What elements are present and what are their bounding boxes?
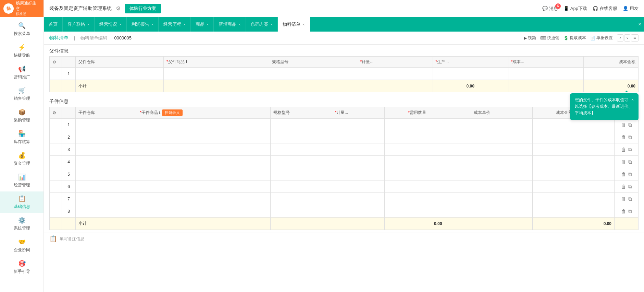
online-service-btn[interactable]: 🎧 在线客服 <box>593 5 617 12</box>
child-product-5[interactable] <box>137 168 271 180</box>
copy-icon-6[interactable]: ⧉ <box>628 184 632 190</box>
child-spec-1[interactable] <box>271 119 332 131</box>
child-product-7[interactable] <box>137 193 271 205</box>
child-unit-7[interactable] <box>332 193 385 205</box>
nav-tab-新增商品[interactable]: 新增商品× <box>214 17 246 32</box>
child-unit-price-8[interactable] <box>471 205 532 218</box>
child-qty-3[interactable] <box>405 143 471 156</box>
child-unit-price-4[interactable] <box>471 156 532 168</box>
child-unit-1[interactable] <box>332 119 385 131</box>
sidebar-item-marketing[interactable]: 📢营销推广 <box>0 62 44 83</box>
sidebar-item-purchase[interactable]: 📦采购管理 <box>0 105 44 127</box>
child-warehouse-8[interactable] <box>76 205 137 218</box>
child-spec-8[interactable] <box>271 205 332 218</box>
tabs-close-all[interactable]: × <box>638 21 644 27</box>
breadcrumb[interactable]: 物料清单 <box>49 35 69 41</box>
copy-icon-3[interactable]: ⧉ <box>628 147 632 153</box>
delete-icon-3[interactable]: 🗑 <box>621 147 626 153</box>
user-menu[interactable]: 👤 用友 <box>623 5 639 12</box>
child-qty-5[interactable] <box>405 168 471 180</box>
sidebar-item-search[interactable]: 🔍搜索菜单 <box>0 19 44 40</box>
sidebar-item-sales[interactable]: 🛒销售管理 <box>0 83 44 105</box>
copy-icon-5[interactable]: ⧉ <box>628 171 632 177</box>
parent-cost-cell[interactable] <box>508 68 583 80</box>
shortcut-action[interactable]: ⌨ 快捷键 <box>540 35 559 41</box>
child-spec-5[interactable] <box>271 168 332 180</box>
sidebar-item-basic[interactable]: 📋基础信息 <box>0 191 44 213</box>
sidebar-item-guide[interactable]: 🎯新手引导 <box>0 256 44 278</box>
copy-icon-7[interactable]: ⧉ <box>628 196 632 202</box>
settings-gear-icon[interactable]: ⚙ <box>52 60 56 65</box>
delete-icon-1[interactable]: 🗑 <box>621 122 626 128</box>
child-unit-8[interactable] <box>332 205 385 218</box>
child-spec-3[interactable] <box>271 143 332 156</box>
child-qty-8[interactable] <box>405 205 471 218</box>
menu-arrow[interactable]: ≡ <box>631 34 639 42</box>
sidebar-item-inventory[interactable]: 🏪库存核算 <box>0 127 44 148</box>
parent-warehouse-cell[interactable] <box>76 68 164 80</box>
sidebar-item-collab[interactable]: 🤝企业协同 <box>0 235 44 256</box>
video-action[interactable]: ▶ 视频 <box>524 35 536 41</box>
child-unit-2[interactable] <box>332 131 385 143</box>
message-btn[interactable]: 💬 消息 6 <box>542 5 558 12</box>
child-spec-2[interactable] <box>271 131 332 143</box>
child-unit-6[interactable] <box>332 180 385 193</box>
parent-unit-cell[interactable] <box>357 68 433 80</box>
child-col-settings[interactable]: ⚙ <box>50 107 62 119</box>
single-settings-action[interactable]: 📄 单据设置 <box>590 35 613 41</box>
child-spec-7[interactable] <box>271 193 332 205</box>
nav-tab-物料清单[interactable]: 物料清单× <box>278 17 310 32</box>
child-qty-4[interactable] <box>405 156 471 168</box>
child-unit-price-3[interactable] <box>471 143 532 156</box>
settings-icon[interactable]: ⚙ <box>116 5 121 12</box>
sidebar-item-system[interactable]: ⚙️系统管理 <box>0 213 44 235</box>
child-warehouse-5[interactable] <box>76 168 137 180</box>
delete-icon-7[interactable]: 🗑 <box>621 196 626 202</box>
child-unit-4[interactable] <box>332 156 385 168</box>
delete-icon-5[interactable]: 🗑 <box>621 171 626 177</box>
tab-close-新增商品[interactable]: × <box>238 22 240 26</box>
child-unit-price-6[interactable] <box>471 180 532 193</box>
parent-product-cell[interactable] <box>163 68 269 80</box>
tab-close-经营历程[interactable]: × <box>183 22 185 26</box>
app-download-btn[interactable]: 📱 App下载 <box>564 5 587 12</box>
cost-action[interactable]: 💲 提取成本 <box>564 35 586 41</box>
nav-tab-商品[interactable]: 商品× <box>191 17 214 32</box>
nav-tab-经营情况[interactable]: 经营情况× <box>95 17 126 32</box>
parent-produce-cell[interactable] <box>433 68 508 80</box>
child-qty-7[interactable] <box>405 193 471 205</box>
tab-close-条码方案[interactable]: × <box>271 22 273 26</box>
child-unit-price-1[interactable] <box>471 119 532 131</box>
prev-arrow[interactable]: ‹ <box>617 34 623 42</box>
nav-tab-首页[interactable]: 首页 <box>44 17 63 32</box>
child-qty-1[interactable] <box>405 119 471 131</box>
child-unit-5[interactable] <box>332 168 385 180</box>
child-warehouse-4[interactable] <box>76 156 137 168</box>
child-unit-price-7[interactable] <box>471 193 532 205</box>
child-warehouse-2[interactable] <box>76 131 137 143</box>
child-product-3[interactable] <box>137 143 271 156</box>
child-warehouse-3[interactable] <box>76 143 137 156</box>
child-warehouse-7[interactable] <box>76 193 137 205</box>
child-product-4[interactable] <box>137 156 271 168</box>
tooltip-close-btn[interactable]: × <box>631 97 634 103</box>
nav-tab-客户联络[interactable]: 客户联络× <box>63 17 95 32</box>
sidebar-item-finance[interactable]: 💰资金管理 <box>0 148 44 170</box>
tab-close-经营情况[interactable]: × <box>119 22 121 26</box>
child-spec-6[interactable] <box>271 180 332 193</box>
child-product-1[interactable] <box>137 119 271 131</box>
trial-btn[interactable]: 体验行业方案 <box>125 4 161 13</box>
child-product-2[interactable] <box>137 131 271 143</box>
delete-icon-6[interactable]: 🗑 <box>621 184 626 190</box>
nav-tab-利润报告[interactable]: 利润报告× <box>127 17 159 32</box>
child-qty-6[interactable] <box>405 180 471 193</box>
sidebar-item-quick-nav[interactable]: ⚡快捷导航 <box>0 40 44 62</box>
parent-spec-cell[interactable] <box>269 68 357 80</box>
tab-close-物料清单[interactable]: × <box>302 22 305 26</box>
child-warehouse-1[interactable] <box>76 119 137 131</box>
delete-icon-2[interactable]: 🗑 <box>621 134 626 140</box>
child-unit-price-5[interactable] <box>471 168 532 180</box>
copy-icon-2[interactable]: ⧉ <box>628 134 632 140</box>
child-qty-2[interactable] <box>405 131 471 143</box>
copy-icon-4[interactable]: ⧉ <box>628 159 632 165</box>
